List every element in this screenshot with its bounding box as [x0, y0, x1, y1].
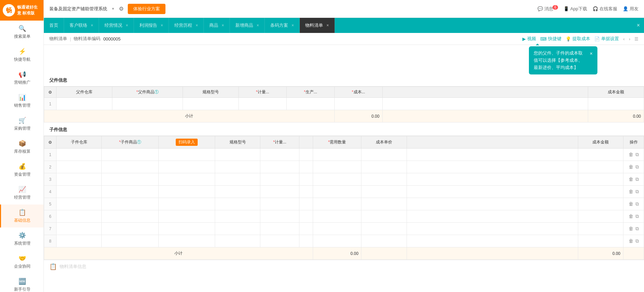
try-button[interactable]: 体验行业方案 [128, 4, 165, 14]
child-row1-unit[interactable] [260, 149, 299, 161]
delete-icon[interactable]: 🗑 [629, 152, 633, 157]
tab-history-close[interactable]: × [196, 23, 198, 28]
child-row5-warehouse[interactable] [57, 198, 102, 210]
tab-profit[interactable]: 利润报告 × [134, 18, 169, 33]
child-row2-goods[interactable] [102, 161, 159, 173]
tab-history[interactable]: 经营历程 × [169, 18, 204, 33]
child-row5-unit-cost[interactable] [361, 198, 407, 210]
child-col-settings[interactable]: ⚙ [44, 136, 57, 149]
parent-col-settings[interactable]: ⚙ [44, 87, 57, 98]
child-row8-unit-cost[interactable] [361, 235, 407, 247]
toolbar-prev[interactable]: ‹ [623, 36, 624, 42]
sidebar-item-operations[interactable]: 📈 经营管理 [0, 182, 44, 205]
system-dropdown-arrow[interactable]: ▼ [111, 7, 115, 11]
parent-row1-produce[interactable] [286, 98, 334, 110]
child-row2-unit[interactable] [260, 161, 299, 173]
child-row1-goods[interactable] [102, 149, 159, 161]
child-row5-unit[interactable] [260, 198, 299, 210]
delete-icon[interactable]: 🗑 [629, 213, 633, 219]
child-row7-spec[interactable] [215, 223, 260, 235]
toolbar-menu[interactable]: ☰ [634, 36, 639, 42]
child-row2-warehouse[interactable] [57, 161, 102, 173]
child-row6-unit[interactable] [260, 210, 299, 223]
copy-icon[interactable]: ⧉ [635, 176, 639, 182]
child-row5-qty[interactable] [313, 198, 361, 210]
parent-row1-goods[interactable] [112, 98, 183, 110]
tab-bom-close[interactable]: × [326, 23, 329, 28]
tab-operations[interactable]: 经营情况 × [99, 18, 134, 33]
sidebar-item-marketing[interactable]: 📢 营销推广 [0, 67, 44, 90]
child-col-scan[interactable]: 扫码录入 [159, 136, 215, 149]
child-row4-unit[interactable] [260, 186, 299, 198]
delete-icon[interactable]: 🗑 [629, 226, 633, 232]
child-row4-warehouse[interactable] [57, 186, 102, 198]
child-row4-goods[interactable] [102, 186, 159, 198]
toolbar-next[interactable]: › [629, 36, 630, 42]
tab-operations-close[interactable]: × [126, 23, 128, 28]
delete-icon[interactable]: 🗑 [629, 189, 633, 195]
tab-goods[interactable]: 商品 × [204, 18, 230, 33]
parent-row1-cost[interactable] [334, 98, 382, 110]
child-row2-qty[interactable] [313, 161, 361, 173]
copy-icon[interactable]: ⧉ [635, 226, 639, 232]
child-row8-goods[interactable] [102, 235, 159, 247]
child-row8-warehouse[interactable] [57, 235, 102, 247]
tab-customer[interactable]: 客户联络 × [64, 18, 99, 33]
tab-new-goods[interactable]: 新增商品 × [230, 18, 265, 33]
sidebar-item-sales[interactable]: 📊 销售管理 [0, 90, 44, 113]
child-row4-spec[interactable] [215, 186, 260, 198]
child-row3-spec[interactable] [215, 173, 260, 186]
child-row3-unit-cost[interactable] [361, 173, 407, 186]
child-row7-unit[interactable] [260, 223, 299, 235]
tab-profit-close[interactable]: × [161, 23, 163, 28]
child-row8-spec[interactable] [215, 235, 260, 247]
online-service-button[interactable]: 🎧 在线客服 [593, 6, 617, 12]
child-row8-qty[interactable] [313, 235, 361, 247]
copy-icon[interactable]: ⧉ [635, 189, 639, 195]
single-settings-button[interactable]: 📄 单据设置 [594, 36, 619, 42]
app-download-button[interactable]: 📱 App下载 [564, 6, 587, 12]
sidebar-item-enterprise[interactable]: 🤝 企业协同 [0, 250, 44, 273]
child-row1-spec[interactable] [215, 149, 260, 161]
child-row6-qty[interactable] [313, 210, 361, 223]
child-row6-unit-cost[interactable] [361, 210, 407, 223]
sidebar-item-finance[interactable]: 💰 资金管理 [0, 159, 44, 182]
child-row1-qty[interactable] [313, 149, 361, 161]
extract-cost-button[interactable]: 💡 提取成本 [566, 36, 590, 42]
child-row6-spec[interactable] [215, 210, 260, 223]
child-row3-goods[interactable] [102, 173, 159, 186]
sidebar-item-basic[interactable]: 📋 基础信息 [0, 205, 44, 227]
child-row3-warehouse[interactable] [57, 173, 102, 186]
settings-button[interactable]: ⚙ [119, 5, 124, 12]
child-row8-unit[interactable] [260, 235, 299, 247]
tab-barcode-close[interactable]: × [292, 23, 294, 28]
tab-customer-close[interactable]: × [91, 23, 93, 28]
parent-row1-unit[interactable] [238, 98, 286, 110]
child-row5-goods[interactable] [102, 198, 159, 210]
sidebar-item-nav[interactable]: ⚡ 快捷导航 [0, 44, 44, 67]
tab-goods-close[interactable]: × [222, 23, 224, 28]
child-row6-warehouse[interactable] [57, 210, 102, 223]
copy-icon[interactable]: ⧉ [635, 152, 639, 157]
copy-icon[interactable]: ⧉ [635, 164, 639, 170]
sidebar-item-guide[interactable]: 🆕 新手引导 [0, 273, 44, 292]
child-row1-unit-cost[interactable] [361, 149, 407, 161]
sidebar-item-inventory[interactable]: 📦 库存核算 [0, 136, 44, 159]
child-row7-warehouse[interactable] [57, 223, 102, 235]
tooltip-close-button[interactable]: × [590, 50, 593, 57]
delete-icon[interactable]: 🗑 [629, 176, 633, 182]
child-row7-goods[interactable] [102, 223, 159, 235]
child-row2-unit-cost[interactable] [361, 161, 407, 173]
child-row7-unit-cost[interactable] [361, 223, 407, 235]
delete-icon[interactable]: 🗑 [629, 164, 633, 170]
close-all-tabs[interactable]: × [633, 22, 644, 28]
child-row7-qty[interactable] [313, 223, 361, 235]
delete-icon[interactable]: 🗑 [629, 238, 633, 244]
view-button[interactable]: ▶ 视频 [522, 36, 536, 42]
copy-icon[interactable]: ⧉ [635, 213, 639, 219]
child-row4-qty[interactable] [313, 186, 361, 198]
delete-icon[interactable]: 🗑 [629, 201, 633, 207]
breadcrumb-page[interactable]: 物料清单 [49, 36, 67, 42]
child-row1-warehouse[interactable] [57, 149, 102, 161]
user-button[interactable]: 👤 用友 [623, 6, 639, 12]
